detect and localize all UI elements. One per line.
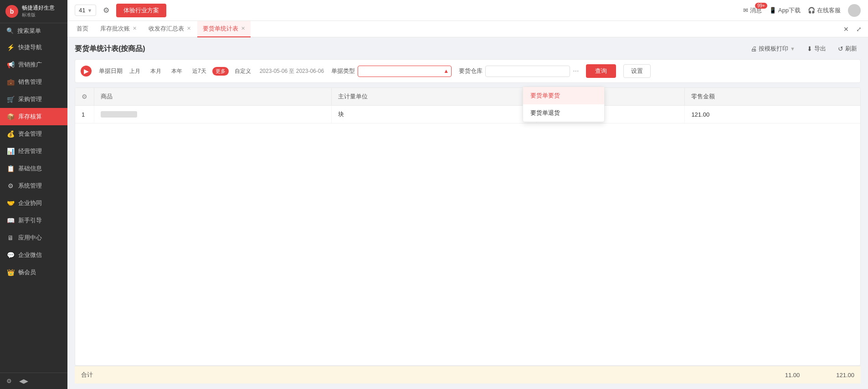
footer-total-amount: 121.00 [836, 372, 854, 379]
filter-expand-button[interactable]: ▶ [81, 66, 92, 77]
sidebar-item-purchase[interactable]: 🛒 采购管理 [0, 91, 67, 108]
messages-button[interactable]: ✉ 消息 99+ [743, 6, 762, 15]
sidebar-item-label: 经营管理 [18, 147, 42, 155]
col-amount: 零售金额 [685, 88, 860, 106]
online-service-label: 在线客服 [817, 6, 841, 15]
col-settings: ⚙ [75, 88, 94, 106]
data-table: ⚙ 商品 主计量单位 主数量 零售金额 1 块 [75, 88, 860, 123]
date-btn-last-7-days[interactable]: 近7天 [188, 66, 211, 77]
sidebar-item-enterprise[interactable]: 🤝 企业协同 [0, 194, 67, 212]
tab-close-all-button[interactable]: ✕ [841, 24, 852, 35]
refresh-icon: ↺ [838, 45, 843, 52]
page-header-actions: 🖨 按模板打印 ▼ ⬇ 导出 ↺ 刷新 [747, 43, 861, 55]
sidebar-item-label: 应用中心 [18, 234, 42, 242]
app-version: 标准版 [22, 12, 55, 18]
dropdown-item-return[interactable]: 要货单退货 [523, 104, 604, 122]
print-icon: 🖨 [750, 45, 757, 52]
tab-order-stats-label: 要货单统计表 [203, 25, 238, 33]
header-gear-button[interactable]: ⚙ [100, 4, 113, 17]
purchase-icon: 🛒 [6, 96, 15, 103]
col-unit: 主计量单位 [332, 88, 537, 106]
chevron-down-icon: ▼ [87, 8, 92, 13]
type-filter-group: 单据类型 ▲ 要货单要货 要货单退货 [331, 66, 452, 77]
sidebar-item-marketing[interactable]: 📢 营销推广 [0, 56, 67, 73]
tab-inventory-batch[interactable]: 库存批次账 ✕ [95, 21, 142, 37]
export-label: 导出 [814, 45, 826, 53]
sidebar-item-system[interactable]: ⚙ 系统管理 [0, 177, 67, 194]
type-filter-chevron-icon[interactable]: ▲ [443, 68, 449, 74]
tab-order-stats[interactable]: 要货单统计表 ✕ [197, 21, 251, 37]
tab-order-stats-close[interactable]: ✕ [241, 26, 245, 31]
sidebar-item-label: 畅会员 [18, 268, 36, 276]
tab-receipt-summary[interactable]: 收发存汇总表 ✕ [143, 21, 196, 37]
row-amount: 121.00 [685, 106, 860, 123]
user-avatar[interactable] [848, 4, 861, 17]
print-button[interactable]: 🖨 按模板打印 ▼ [747, 43, 799, 55]
tab-receipt-summary-close[interactable]: ✕ [187, 26, 191, 31]
basic-info-icon: 📋 [6, 165, 15, 172]
sidebar-item-label: 资金管理 [18, 130, 42, 138]
sidebar-item-label: 采购管理 [18, 95, 42, 103]
date-btn-custom[interactable]: 自定义 [231, 66, 255, 77]
sidebar-item-appstore[interactable]: 🖥 应用中心 [0, 229, 67, 246]
date-range-display: 2023-05-06 至 2023-06-06 [260, 67, 324, 75]
sidebar-item-label: 系统管理 [18, 182, 42, 190]
date-btn-more[interactable]: 更多 [212, 67, 229, 76]
sidebar-item-basic-info[interactable]: 📋 基础信息 [0, 160, 67, 177]
sidebar-bottom[interactable]: ⚙ ◀▶ [0, 373, 67, 389]
collapse-icon[interactable]: ◀▶ [19, 378, 28, 384]
dropdown-item-requisition[interactable]: 要货单要货 [523, 87, 604, 104]
table-footer: 合计 11.00 121.00 [75, 366, 861, 384]
product-blurred [101, 111, 137, 118]
date-btn-prev-month[interactable]: 上月 [125, 66, 144, 77]
data-table-container: ⚙ 商品 主计量单位 主数量 零售金额 1 块 [75, 87, 861, 366]
logo-icon: b [5, 5, 18, 18]
top-header: 41 ▼ ⚙ 体验行业方案 ✉ 消息 99+ 📱 App下载 🎧 在线客服 [67, 0, 868, 21]
system-icon: ⚙ [6, 182, 15, 189]
print-chevron-icon: ▼ [790, 46, 795, 51]
type-dropdown: 要货单要货 要货单退货 [523, 87, 605, 122]
company-selector[interactable]: 41 ▼ [75, 5, 96, 16]
tab-inventory-batch-close[interactable]: ✕ [133, 26, 137, 31]
date-btn-this-month[interactable]: 本月 [146, 66, 165, 77]
online-service-button[interactable]: 🎧 在线客服 [808, 6, 841, 15]
sidebar-nav: 🔍 搜索菜单 ⚡ 快捷导航 📢 营销推广 💼 销售管理 🛒 采购管理 📦 库存核… [0, 23, 67, 373]
sidebar-logo: b 畅捷通好生意 标准版 [0, 0, 67, 23]
tab-expand-button[interactable]: ⤢ [853, 24, 864, 35]
sidebar-item-inventory[interactable]: 📦 库存核算 [0, 108, 67, 125]
settings-icon[interactable]: ⚙ [6, 378, 12, 384]
warehouse-filter-input[interactable] [485, 66, 570, 77]
tab-receipt-summary-label: 收发存汇总表 [149, 25, 184, 33]
sidebar-item-label: 企业微信 [18, 251, 42, 259]
sidebar-item-wechat[interactable]: 💬 企业微信 [0, 246, 67, 264]
tab-home[interactable]: 首页 [71, 21, 94, 37]
trial-industry-button[interactable]: 体验行业方案 [116, 4, 166, 17]
settings-button[interactable]: 设置 [623, 64, 651, 78]
refresh-button[interactable]: ↺ 刷新 [834, 43, 861, 55]
message-icon: ✉ [743, 7, 748, 14]
export-button[interactable]: ⬇ 导出 [803, 43, 830, 55]
app-download-button[interactable]: 📱 App下载 [769, 6, 801, 15]
sidebar-item-shortcuts[interactable]: ⚡ 快捷导航 [0, 39, 67, 56]
print-label: 按模板打印 [759, 45, 788, 53]
sidebar-item-label: 销售管理 [18, 78, 42, 86]
sidebar-item-search[interactable]: 🔍 搜索菜单 [0, 23, 67, 39]
header-right: ✉ 消息 99+ 📱 App下载 🎧 在线客服 [743, 4, 861, 17]
query-button[interactable]: 查询 [586, 64, 616, 78]
warehouse-more-icon[interactable]: ··· [573, 67, 579, 75]
column-settings-icon[interactable]: ⚙ [82, 93, 87, 100]
finance-icon: 💰 [6, 130, 15, 138]
sidebar-item-sales[interactable]: 💼 销售管理 [0, 73, 67, 91]
operations-icon: 📊 [6, 148, 15, 155]
sidebar-item-membership[interactable]: 👑 畅会员 [0, 264, 67, 281]
footer-total-quantity: 11.00 [785, 372, 800, 379]
date-btn-this-year[interactable]: 本年 [167, 66, 186, 77]
table-header-row: ⚙ 商品 主计量单位 主数量 零售金额 [75, 88, 860, 106]
sidebar-item-operations[interactable]: 📊 经营管理 [0, 143, 67, 160]
sidebar-item-finance[interactable]: 💰 资金管理 [0, 125, 67, 143]
guide-icon: 📖 [6, 217, 15, 224]
type-filter-input[interactable] [358, 66, 452, 77]
sidebar-item-guide[interactable]: 📖 新手引导 [0, 212, 67, 229]
tabs-bar: 首页 库存批次账 ✕ 收发存汇总表 ✕ 要货单统计表 ✕ ✕ ⤢ [67, 21, 868, 37]
refresh-label: 刷新 [845, 45, 857, 53]
